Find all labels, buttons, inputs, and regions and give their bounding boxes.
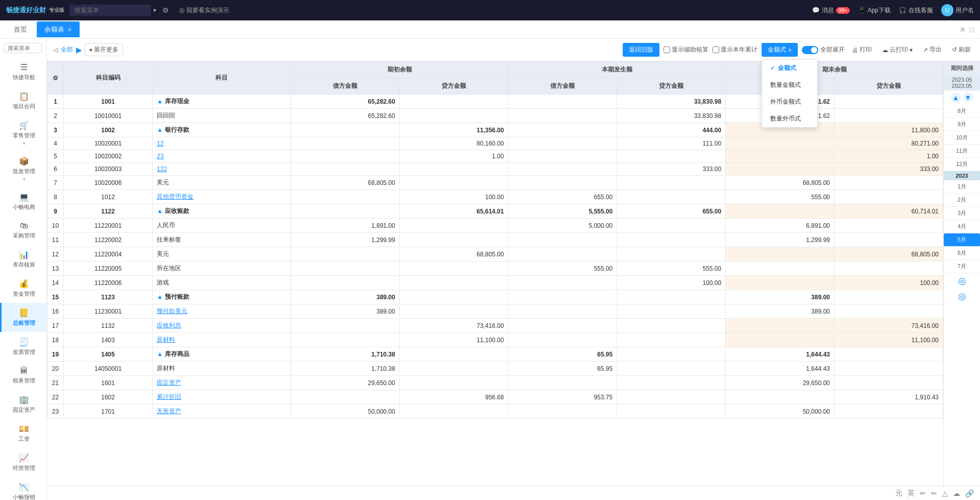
- status-cloud-icon[interactable]: ☁: [953, 489, 960, 497]
- row-name-link[interactable]: 其他货币资金: [157, 193, 193, 200]
- expand-icon[interactable]: ▲: [157, 126, 163, 133]
- top-gear-icon[interactable]: ⚙: [162, 6, 169, 14]
- status-edit-icon[interactable]: ✏: [920, 489, 926, 497]
- breadcrumb-arrow-icon[interactable]: ▶: [76, 46, 82, 54]
- mode-option-amount[interactable]: ✓ 金额式: [762, 60, 817, 77]
- status-triangle-icon[interactable]: △: [942, 489, 948, 497]
- tab-close-icon[interactable]: ✕: [67, 27, 72, 33]
- sidebar-item-tax[interactable]: 🏛 税务管理: [0, 361, 46, 390]
- expand-icon[interactable]: ▲: [157, 293, 163, 300]
- period-collapse-btn[interactable]: ◎: [944, 289, 980, 304]
- period-month-8[interactable]: 8月: [944, 105, 980, 118]
- row-name[interactable]: ▲银行存款: [153, 123, 291, 137]
- row-name-link[interactable]: 122: [157, 165, 167, 173]
- cloud-print-btn[interactable]: ☁ 云打印 ▾: [879, 43, 916, 56]
- export-btn[interactable]: ↗ 导出: [920, 43, 945, 56]
- sidebar-item-purchase[interactable]: 🛍 采购管理: [0, 216, 46, 245]
- settings-col-header[interactable]: ⚙: [47, 62, 64, 94]
- online-service-btn[interactable]: 🎧 在线客服: [899, 6, 933, 15]
- row-name[interactable]: 累计折旧: [153, 390, 291, 404]
- rollback-btn[interactable]: 退回旧版: [623, 43, 659, 57]
- row-name-link[interactable]: 原材料: [157, 336, 175, 343]
- period-month-2[interactable]: 2月: [944, 194, 980, 207]
- period-month-10[interactable]: 10月: [944, 131, 980, 145]
- show-ytd-checkbox[interactable]: 显示本年累计: [713, 45, 757, 54]
- period-month-12[interactable]: 12月: [944, 158, 980, 171]
- show-auxiliary-checkbox[interactable]: 显示辅助核算: [664, 45, 708, 54]
- top-search-dropdown-icon[interactable]: ▾: [153, 7, 156, 14]
- app-download-btn[interactable]: 📱 App下载: [858, 6, 891, 15]
- row-name[interactable]: ▲库存现金: [153, 94, 291, 109]
- period-month-4[interactable]: 4月: [944, 220, 980, 233]
- status-currency-icon[interactable]: 元: [895, 489, 902, 498]
- sidebar-item-salary[interactable]: 💴 工资: [0, 419, 46, 448]
- demo-link[interactable]: 我要看实例演示: [179, 6, 229, 15]
- message-btn[interactable]: 💬 消息 99+: [812, 6, 850, 15]
- print-btn[interactable]: 🖨 打印: [849, 43, 875, 56]
- refresh-btn[interactable]: ↺ 刷新: [949, 43, 974, 56]
- period-up-btn[interactable]: ▲: [951, 92, 961, 103]
- row-name-link[interactable]: 固定资产: [157, 379, 181, 386]
- status-lang-icon[interactable]: 英: [908, 489, 915, 498]
- row-name-link[interactable]: 无形资产: [157, 408, 181, 415]
- tab-balance[interactable]: 余额表 ✕: [37, 21, 80, 37]
- expand-icon[interactable]: ▲: [157, 207, 163, 215]
- row-name[interactable]: ▲库存商品: [153, 347, 291, 362]
- period-month-6[interactable]: 6月: [944, 247, 980, 260]
- row-name[interactable]: 12: [153, 137, 291, 150]
- expand-icon[interactable]: ▲: [157, 98, 163, 105]
- row-name[interactable]: 固定资产: [153, 376, 291, 390]
- sidebar-item-operation[interactable]: 📈 经营管理: [0, 448, 46, 477]
- row-name[interactable]: 无形资产: [153, 404, 291, 419]
- period-month-5[interactable]: 5月: [944, 233, 980, 247]
- sidebar-item-project[interactable]: 📋 项目合同: [0, 86, 46, 115]
- sidebar-item-assets[interactable]: 🏢 固定资产: [0, 390, 46, 419]
- sidebar-item-ecommerce[interactable]: 💻 小畅电商: [0, 187, 46, 216]
- expand-all-toggle[interactable]: [802, 46, 818, 54]
- row-name-link[interactable]: 12: [157, 140, 163, 147]
- sidebar-item-inventory[interactable]: 📊 库存核算: [0, 245, 46, 274]
- row-name[interactable]: ▲应收账款: [153, 204, 291, 219]
- top-search-input[interactable]: [69, 5, 151, 16]
- ytd-input[interactable]: [713, 46, 719, 53]
- expand-more-btn[interactable]: ▾ 展开更多: [85, 43, 123, 56]
- period-month-9[interactable]: 9月: [944, 118, 980, 131]
- row-name[interactable]: 预付款美元: [153, 304, 291, 319]
- status-edit2-icon[interactable]: ✏: [931, 489, 937, 497]
- row-name[interactable]: 122: [153, 163, 291, 176]
- sidebar-item-retail[interactable]: 🛒 零售管理 ▾: [0, 115, 46, 151]
- auxiliary-input[interactable]: [664, 46, 670, 53]
- row-name-link[interactable]: 23: [157, 153, 163, 160]
- period-month-7[interactable]: 7月: [944, 260, 980, 273]
- tab-home[interactable]: 首页: [6, 21, 35, 37]
- row-name-link[interactable]: 累计折旧: [157, 393, 181, 400]
- row-name[interactable]: ▲预付账款: [153, 290, 291, 304]
- period-down-btn[interactable]: ▼: [963, 92, 973, 103]
- expand-icon[interactable]: ▲: [157, 350, 163, 358]
- sidebar-item-quick-nav[interactable]: ☰ 快捷导航: [0, 57, 46, 86]
- row-name-link[interactable]: 预付款美元: [157, 307, 187, 315]
- row-name[interactable]: 应收利息: [153, 319, 291, 333]
- sidebar-item-capital[interactable]: 💰 资金管理: [0, 274, 46, 303]
- settings-icon[interactable]: ⚙: [53, 75, 58, 82]
- breadcrumb-back-btn[interactable]: ◁: [53, 46, 58, 54]
- row-name-link[interactable]: 应收利息: [157, 322, 181, 329]
- sidebar-item-invoice[interactable]: 🧾 发票管理: [0, 332, 46, 361]
- sidebar-search-input[interactable]: [4, 43, 42, 53]
- mode-option-qty-foreign[interactable]: 数量外币式: [762, 110, 817, 127]
- period-month-1[interactable]: 1月: [944, 180, 980, 194]
- row-name[interactable]: 其他货币资金: [153, 190, 291, 204]
- period-month-3[interactable]: 3月: [944, 207, 980, 220]
- period-month-11[interactable]: 11月: [944, 145, 980, 158]
- tab-maximize-icon[interactable]: □: [970, 26, 974, 34]
- sidebar-item-ledger[interactable]: 📒 总账管理: [0, 303, 46, 332]
- row-name[interactable]: 23: [153, 150, 291, 163]
- user-area[interactable]: U 用户名: [941, 4, 974, 16]
- sidebar-item-wholesale[interactable]: 📦 批发管理 ▾: [0, 151, 46, 187]
- mode-btn[interactable]: 金额式 ∧: [762, 43, 798, 57]
- period-expand-btn[interactable]: ◎: [944, 273, 980, 289]
- row-name[interactable]: 原材料: [153, 333, 291, 347]
- sidebar-item-report[interactable]: 📉 小畅报销: [0, 477, 46, 500]
- mode-option-qty-amount[interactable]: 数量金额式: [762, 77, 817, 93]
- tab-minimize-icon[interactable]: ✕: [960, 26, 966, 34]
